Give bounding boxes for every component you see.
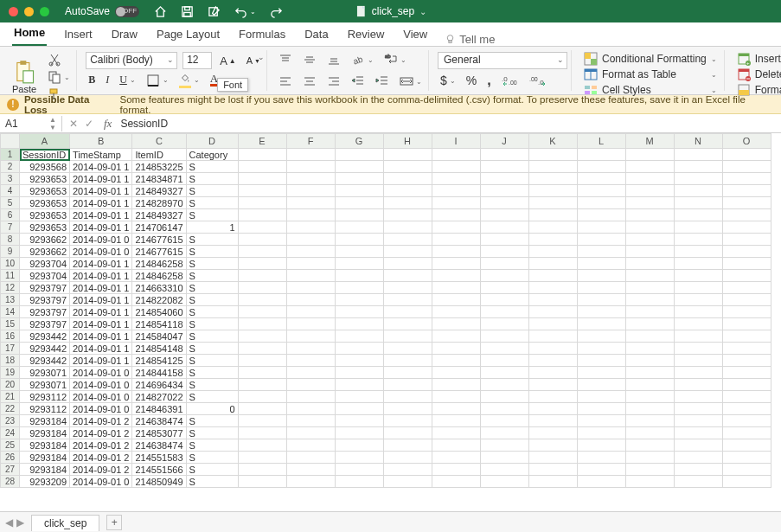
cell[interactable]: [432, 282, 480, 294]
format-as-table-button[interactable]: Format as Table⌄: [580, 67, 720, 81]
cell[interactable]: 9293797: [20, 294, 70, 306]
row-header[interactable]: 22: [1, 403, 20, 415]
cell[interactable]: [432, 391, 480, 403]
increase-indent-icon[interactable]: [373, 74, 392, 89]
cell[interactable]: 2014-09-01 1: [70, 185, 132, 197]
row-header[interactable]: 26: [1, 452, 20, 464]
merge-center-icon[interactable]: ⌄: [397, 74, 425, 89]
cell[interactable]: 9293071: [20, 379, 70, 391]
tab-formulas[interactable]: Formulas: [237, 22, 287, 46]
row-header[interactable]: 23: [1, 415, 20, 427]
cell[interactable]: [286, 464, 335, 476]
cell[interactable]: 9293209: [20, 476, 70, 488]
row-header[interactable]: 25: [1, 439, 20, 452]
select-all-corner[interactable]: [1, 134, 20, 149]
cell[interactable]: [480, 294, 528, 306]
cell[interactable]: [480, 439, 528, 452]
cell[interactable]: 2014-09-01 1: [70, 173, 132, 185]
cell[interactable]: [577, 282, 625, 294]
cell[interactable]: [383, 185, 432, 197]
cell[interactable]: 2014-09-01 1: [70, 355, 132, 367]
cell[interactable]: [674, 403, 722, 415]
cell[interactable]: [480, 173, 528, 185]
cell[interactable]: [577, 452, 625, 464]
cell[interactable]: [238, 427, 286, 439]
cell[interactable]: [625, 197, 674, 209]
cell[interactable]: 9293112: [20, 403, 70, 415]
cell[interactable]: [480, 476, 528, 488]
row-header[interactable]: 4: [1, 185, 20, 197]
cell[interactable]: 9293653: [20, 185, 70, 197]
cell[interactable]: [432, 439, 480, 452]
cell[interactable]: [625, 149, 674, 161]
cell[interactable]: [286, 209, 335, 221]
cell[interactable]: [238, 318, 286, 330]
cell[interactable]: [625, 464, 674, 476]
cell[interactable]: [528, 234, 577, 246]
cell[interactable]: 2014-09-01 1: [70, 306, 132, 318]
cell[interactable]: [335, 282, 383, 294]
cell[interactable]: 2014-09-01 1: [70, 221, 132, 234]
cell[interactable]: [335, 439, 383, 452]
cell[interactable]: [480, 343, 528, 355]
cell[interactable]: [238, 234, 286, 246]
cell[interactable]: 214638474: [132, 415, 186, 427]
cell[interactable]: [286, 221, 335, 234]
cell[interactable]: [625, 343, 674, 355]
cell[interactable]: S: [186, 306, 238, 318]
undo-icon[interactable]: ⌄: [232, 4, 259, 19]
cell[interactable]: 2014-09-01 0: [70, 403, 132, 415]
cell[interactable]: 2014-09-01 1: [70, 197, 132, 209]
row-header[interactable]: 3: [1, 173, 20, 185]
cell[interactable]: [577, 367, 625, 379]
cell[interactable]: [286, 367, 335, 379]
paste-button[interactable]: Paste: [9, 60, 40, 94]
cancel-formula-icon[interactable]: ✕: [69, 118, 78, 130]
cell[interactable]: [335, 185, 383, 197]
cell[interactable]: [722, 246, 771, 258]
copy-icon[interactable]: ⌄: [45, 69, 73, 85]
cell[interactable]: [625, 415, 674, 427]
cell[interactable]: [625, 221, 674, 234]
cell[interactable]: TimeStamp: [70, 149, 132, 161]
col-header[interactable]: K: [528, 134, 577, 149]
cell[interactable]: [383, 452, 432, 464]
cell[interactable]: [577, 185, 625, 197]
row-header[interactable]: 21: [1, 391, 20, 403]
cell[interactable]: S: [186, 294, 238, 306]
cell[interactable]: [286, 391, 335, 403]
cell[interactable]: [480, 185, 528, 197]
cell[interactable]: [286, 161, 335, 173]
col-header[interactable]: F: [286, 134, 335, 149]
row-header[interactable]: 19: [1, 367, 20, 379]
cell[interactable]: [577, 161, 625, 173]
cell[interactable]: [722, 185, 771, 197]
cell[interactable]: 2014-09-01 0: [70, 246, 132, 258]
cell[interactable]: [432, 403, 480, 415]
cell[interactable]: 9293442: [20, 355, 70, 367]
cell[interactable]: [528, 452, 577, 464]
row-header[interactable]: 8: [1, 234, 20, 246]
cell[interactable]: [383, 209, 432, 221]
cell[interactable]: [625, 282, 674, 294]
cell[interactable]: [335, 318, 383, 330]
cell[interactable]: [335, 258, 383, 270]
cell[interactable]: [577, 330, 625, 343]
cell[interactable]: [480, 161, 528, 173]
cell[interactable]: [577, 270, 625, 282]
row-header[interactable]: 5: [1, 197, 20, 209]
cell[interactable]: [238, 221, 286, 234]
cell[interactable]: [528, 197, 577, 209]
number-format-select[interactable]: General⌄: [438, 52, 567, 69]
cell[interactable]: [625, 452, 674, 464]
cell[interactable]: [335, 306, 383, 318]
col-header[interactable]: I: [432, 134, 480, 149]
cell[interactable]: [286, 306, 335, 318]
cell[interactable]: [383, 294, 432, 306]
cell[interactable]: [383, 318, 432, 330]
cell[interactable]: 214677615: [132, 246, 186, 258]
cell[interactable]: [722, 294, 771, 306]
cell[interactable]: 2014-09-01 1: [70, 294, 132, 306]
cell[interactable]: [722, 330, 771, 343]
cell[interactable]: 214696434: [132, 379, 186, 391]
